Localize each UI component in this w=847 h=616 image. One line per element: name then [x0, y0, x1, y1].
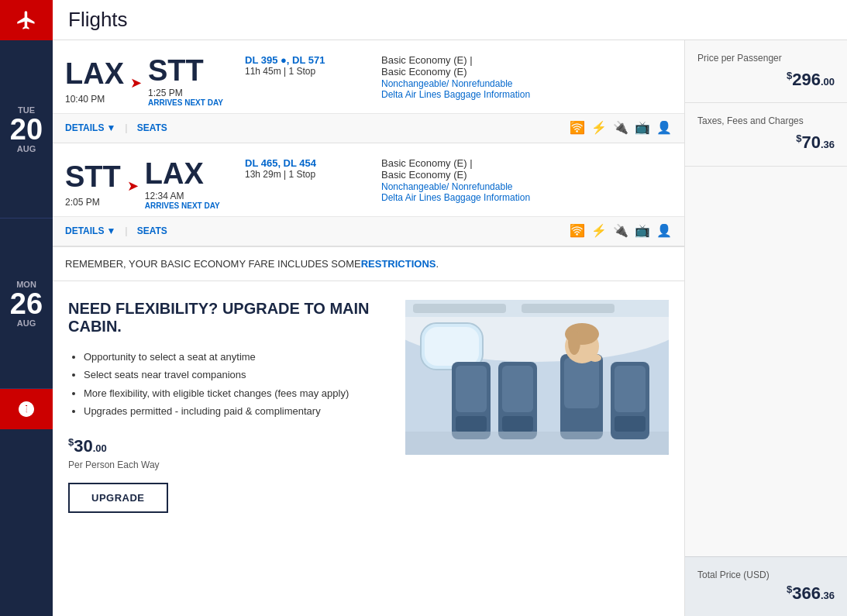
- promo-title: NEED FLEXIBILITY? UPGRADE TO MAIN CABIN.: [68, 300, 390, 336]
- taxes-row: Taxes, Fees and Charges $70.36: [685, 103, 847, 166]
- alert-icon: ! !: [17, 400, 36, 418]
- flight2-arrow-icon: ➤: [121, 177, 145, 194]
- taxes-amount: $70.36: [697, 132, 835, 153]
- flight2-date: MON 26 AUG: [0, 219, 53, 389]
- flight2-baggage-link[interactable]: Delta Air Lines Baggage Information: [381, 192, 666, 203]
- flight2-day-num: 26: [10, 289, 43, 318]
- flight2-airports: STT 2:05 PM ➤ LAX 12:34 AM ARRIVES NEXT …: [65, 157, 236, 210]
- chevron-down-icon-2: ▼: [106, 225, 115, 236]
- plane-icon: [15, 9, 37, 31]
- flight1-airports: LAX 10:40 PM ➤ STT 1:25 PM ARRIVES NEXT …: [65, 54, 236, 107]
- svg-rect-9: [456, 366, 487, 412]
- power-icon: ⚡: [591, 120, 607, 135]
- flight1-amenities: 🛜 ⚡ 🔌 📺 👤: [570, 120, 672, 135]
- alert-text-before: REMEMBER, YOUR BASIC ECONOMY FARE INCLUD…: [65, 258, 361, 270]
- promo-date-space: [0, 429, 53, 616]
- action-sep-1: |: [125, 122, 127, 133]
- total-row: Total Price (USD) $366.36: [685, 556, 847, 616]
- alert-icon-bg: ! !: [0, 389, 53, 429]
- price-per-passenger-label: Price per Passenger: [697, 53, 835, 64]
- flight2-fare: Basic Economy (E) | Basic Economy (E) No…: [375, 157, 672, 203]
- main-layout: TUE 20 AUG MON 26 AUG ! !: [0, 40, 847, 616]
- total-amount: $366.36: [697, 583, 835, 604]
- flight1-month: AUG: [17, 144, 36, 153]
- power-icon-2: ⚡: [591, 223, 607, 238]
- svg-rect-10: [456, 416, 487, 432]
- flight1-arrive-time: 1:25 PM: [148, 88, 223, 98]
- upgrade-button[interactable]: UPGRADE: [68, 483, 168, 513]
- plane-interior-svg: [405, 300, 669, 455]
- flight1-fare2: Basic Economy (E): [381, 66, 666, 77]
- promo-per-person: Per Person Each Way: [68, 459, 390, 470]
- flight1-fare1: Basic Economy (E) |: [381, 54, 666, 66]
- promo-price-display: $30.00: [68, 436, 390, 456]
- alert-text-after: .: [436, 258, 439, 270]
- screen-icon-2: 📺: [635, 223, 650, 238]
- flight1-row: LAX 10:40 PM ➤ STT 1:25 PM ARRIVES NEXT …: [53, 40, 684, 143]
- flight1-origin-code: LAX: [65, 57, 124, 91]
- flight2-numbers: DL 465, DL 454: [245, 157, 366, 169]
- promo-content: NEED FLEXIBILITY? UPGRADE TO MAIN CABIN.…: [68, 300, 405, 513]
- promo-list: Opportunity to select a seat at anytime …: [68, 348, 390, 421]
- app-container: Flights TUE 20 AUG MON 26 AUG ! !: [0, 0, 847, 616]
- svg-rect-12: [502, 366, 533, 412]
- flight2-dest-block: LAX 12:34 AM ARRIVES NEXT DAY: [145, 157, 220, 210]
- price-panel: Price per Passenger $296.00 Taxes, Fees …: [684, 40, 847, 616]
- flight2-amenities: 🛜 ⚡ 🔌 📺 👤: [570, 223, 672, 238]
- usb-icon-2: 🔌: [613, 223, 628, 238]
- promo-bullet-2: Select seats near travel companions: [84, 366, 390, 384]
- content-column: LAX 10:40 PM ➤ STT 1:25 PM ARRIVES NEXT …: [53, 40, 684, 616]
- flight2-month: AUG: [17, 318, 36, 328]
- promo-bullet-1: Opportunity to select a seat at anytime: [84, 348, 390, 366]
- flight1-seats-btn[interactable]: SEATS: [137, 122, 167, 133]
- taxes-label: Taxes, Fees and Charges: [697, 115, 835, 126]
- flight2-info: STT 2:05 PM ➤ LAX 12:34 AM ARRIVES NEXT …: [53, 143, 684, 216]
- flight1-info: LAX 10:40 PM ➤ STT 1:25 PM ARRIVES NEXT …: [53, 40, 684, 113]
- flight2-changeable-link[interactable]: Nonchangeable/ Nonrefundable: [381, 181, 512, 192]
- flight1-arrives-next: ARRIVES NEXT DAY: [148, 98, 223, 107]
- screen-icon: 📺: [635, 120, 650, 135]
- header: Flights: [0, 0, 847, 40]
- flight2-actions: DETAILS ▼ | SEATS 🛜 ⚡ 🔌 📺 👤: [53, 216, 684, 246]
- svg-rect-25: [615, 366, 646, 412]
- wifi-icon: 🛜: [570, 120, 585, 135]
- flight1-duration: 11h 45m | 1 Stop: [245, 66, 366, 77]
- flight1-dest-block: STT 1:25 PM ARRIVES NEXT DAY: [148, 54, 223, 107]
- svg-point-18: [568, 330, 580, 355]
- flight2-details-mid: DL 465, DL 454 13h 29m | 1 Stop: [236, 157, 375, 180]
- svg-rect-21: [413, 304, 506, 313]
- flight1-origin-block: LAX 10:40 PM: [65, 57, 124, 105]
- flight2-arrive-time: 12:34 AM: [145, 191, 220, 201]
- person-icon: 👤: [656, 120, 672, 135]
- promo-image: [405, 300, 669, 455]
- flight2-duration: 13h 29m | 1 Stop: [245, 169, 366, 180]
- flight2-arrives-next: ARRIVES NEXT DAY: [145, 201, 220, 210]
- restrictions-link[interactable]: RESTRICTIONS: [361, 258, 436, 270]
- flight1-details-btn[interactable]: DETAILS ▼: [65, 122, 115, 133]
- person-icon-2: 👤: [656, 223, 672, 238]
- svg-rect-13: [502, 416, 533, 432]
- flight2-origin-block: STT 2:05 PM: [65, 160, 121, 208]
- price-per-passenger-amount: $296.00: [697, 70, 835, 90]
- flight1-day-num: 20: [10, 115, 43, 144]
- page-title: Flights: [53, 8, 128, 32]
- flight2-origin-code: STT: [65, 160, 121, 194]
- chevron-down-icon: ▼: [106, 122, 115, 133]
- flight1-fare: Basic Economy (E) | Basic Economy (E) No…: [375, 54, 672, 100]
- flight2-seats-btn[interactable]: SEATS: [137, 225, 167, 236]
- usb-icon: 🔌: [613, 120, 628, 135]
- flight2-details-btn[interactable]: DETAILS ▼: [65, 225, 115, 236]
- flight1-dest-code: STT: [148, 54, 223, 88]
- flight1-baggage-link[interactable]: Delta Air Lines Baggage Information: [381, 89, 666, 100]
- flight1-changeable-link[interactable]: Nonchangeable/ Nonrefundable: [381, 78, 512, 89]
- price-per-passenger-row: Price per Passenger $296.00: [685, 40, 847, 103]
- svg-rect-26: [615, 416, 646, 432]
- promo-bullet-4: Upgrades permitted - including paid & co…: [84, 402, 390, 420]
- svg-point-19: [589, 354, 601, 362]
- promo-price-big: $30.00: [68, 436, 107, 456]
- flight2-row: STT 2:05 PM ➤ LAX 12:34 AM ARRIVES NEXT …: [53, 143, 684, 246]
- header-icon-bg: [0, 0, 53, 40]
- svg-text:!: !: [25, 404, 28, 415]
- promo-bullet-3: More flexibility, with eligible ticket c…: [84, 384, 390, 402]
- wifi-icon-2: 🛜: [570, 223, 585, 238]
